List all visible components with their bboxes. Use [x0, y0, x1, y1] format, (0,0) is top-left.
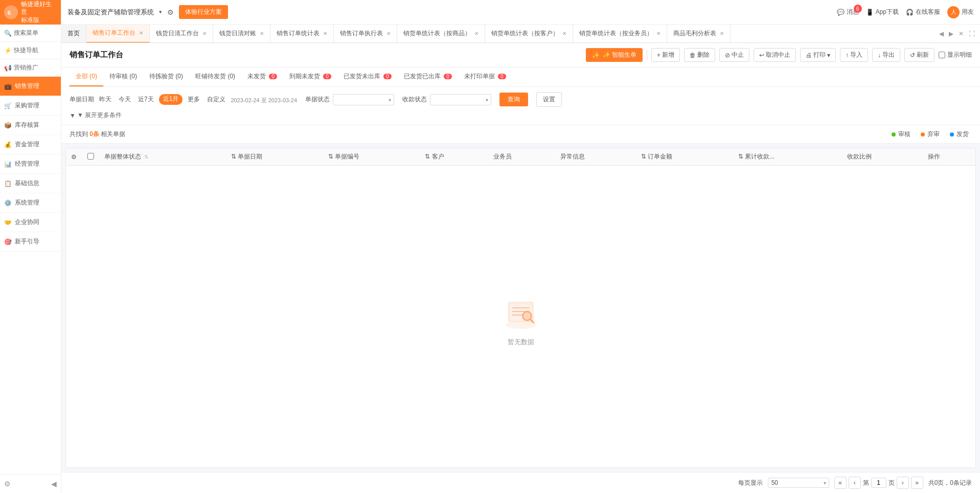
expand-filter-button[interactable]: ▼ ▼ 展开更多条件 — [70, 111, 972, 120]
date-opt-7days[interactable]: 近7天 — [136, 94, 156, 105]
sidebar-item-search[interactable]: 🔍 搜索菜单 — [0, 25, 61, 42]
tab-close-icon[interactable]: ✕ — [139, 30, 143, 36]
sidebar-item-coop[interactable]: 🤝 企业协同 — [0, 213, 61, 232]
tab-cash-daily[interactable]: 钱货日清工作台 ✕ — [150, 25, 213, 43]
sub-tab-shipped-not-in[interactable]: 已发货未出库 0 — [337, 68, 398, 86]
col-ratio: 收款比例 — [842, 148, 923, 166]
smart-create-button[interactable]: ✨ ✨ 智能生单 — [586, 48, 643, 62]
sub-tab-wangpu-ship[interactable]: 旺铺待发货 (0) — [189, 68, 241, 86]
column-settings-icon[interactable]: ⚙ — [71, 153, 77, 161]
sub-tab-not-shipped[interactable]: 未发货 0 — [241, 68, 283, 86]
ship-button[interactable]: 发货 — [947, 128, 972, 140]
date-opt-1month[interactable]: 近1月 — [159, 94, 183, 105]
sidebar-item-promo[interactable]: 📢 营销推广 — [0, 59, 61, 77]
sidebar-item-label: 库存核算 — [15, 121, 39, 129]
header-gear-icon[interactable]: ⚙ — [167, 8, 174, 16]
unaudit-button[interactable]: 弃审 — [918, 128, 943, 140]
delete-button[interactable]: 🗑 删除 — [684, 48, 715, 62]
print-button[interactable]: 🖨 打印 ▾ — [800, 48, 836, 62]
sort-collected-icon[interactable]: ⇅ — [738, 153, 743, 160]
sidebar-item-sales[interactable]: 💼 销售管理 — [0, 77, 61, 96]
tab-home[interactable]: 首页 — [61, 25, 86, 43]
tab-close-icon[interactable]: ✕ — [386, 31, 391, 36]
tab-nav-next[interactable]: ▶ — [947, 29, 955, 38]
tab-stat-customer[interactable]: 销货单统计表（按客户） ✕ — [485, 25, 573, 43]
sidebar-item-basicinfo[interactable]: 📋 基础信息 — [0, 174, 61, 193]
show-detail-checkbox[interactable]: 显示明细 — [939, 51, 972, 59]
sidebar-item-quicknav[interactable]: ⚡ 快捷导航 — [0, 42, 61, 59]
message-button[interactable]: 💬 消息 6 — [837, 8, 859, 16]
search-icon: 🔍 — [4, 30, 12, 37]
collapse-sidebar-icon[interactable]: ◀ — [51, 480, 57, 488]
first-page-button[interactable]: « — [834, 477, 847, 489]
date-opt-today[interactable]: 今天 — [117, 94, 133, 105]
header-dropdown-arrow[interactable]: ▾ — [159, 9, 162, 15]
tab-stat-staff[interactable]: 销货单统计表（按业务员） ✕ — [573, 25, 667, 43]
tab-sales-workbench[interactable]: 销售订单工作台 ✕ — [86, 25, 150, 43]
last-page-button[interactable]: » — [911, 477, 923, 489]
page-prefix: 第 — [863, 479, 869, 487]
sidebar-item-guide[interactable]: 🎯 新手引导 — [0, 232, 61, 252]
show-detail-input[interactable] — [939, 52, 945, 58]
sub-tab-pending-inspect[interactable]: 待拣验货 (0) — [143, 68, 189, 86]
status-select[interactable] — [333, 94, 394, 105]
tab-maximize-icon[interactable]: ⛶ — [967, 29, 977, 38]
sidebar-item-operation[interactable]: 📊 经营管理 — [0, 154, 61, 174]
sort-status-icon[interactable]: ⇅ — [144, 154, 148, 160]
export-button[interactable]: ↓ 导出 — [872, 48, 900, 62]
import-button[interactable]: ↑ 导入 — [840, 48, 868, 62]
prev-page-button[interactable]: ‹ — [849, 477, 861, 489]
sidebar-item-purchase[interactable]: 🛒 采购管理 — [0, 96, 61, 116]
query-button[interactable]: 查询 — [499, 93, 528, 106]
sidebar-item-inventory[interactable]: 📦 库存核算 — [0, 116, 61, 135]
tab-sales-stat[interactable]: 销售订单统计表 ✕ — [270, 25, 334, 43]
tab-close-icon[interactable]: ✕ — [323, 31, 327, 36]
sidebar-item-label: 资金管理 — [15, 140, 39, 149]
page-suffix: 页 — [888, 479, 895, 487]
tab-cash-reconcile[interactable]: 钱货日清对账 ✕ — [213, 25, 270, 43]
refresh-button[interactable]: ↺ 刷新 — [904, 48, 935, 62]
settings-filter-button[interactable]: 设置 — [536, 92, 562, 107]
add-button[interactable]: + 新增 — [651, 48, 680, 62]
sub-tab-not-printed[interactable]: 未打印单据 0 — [458, 68, 512, 86]
settings-gear-icon[interactable]: ⚙ — [4, 480, 11, 488]
online-service-button[interactable]: 🎧 在线客服 — [906, 8, 940, 16]
tab-close-all-icon[interactable]: ✕ — [956, 29, 966, 38]
tab-close-icon[interactable]: ✕ — [202, 31, 207, 36]
per-page-select[interactable]: 10 20 50 100 — [768, 478, 829, 488]
app-download-button[interactable]: 📱 App下载 — [866, 8, 899, 16]
date-opt-yesterday[interactable]: 昨天 — [97, 94, 113, 105]
table-header: ⚙ 单据整体状态 ⇅ ⇅ 单据日期 — [66, 148, 975, 166]
page-number-input[interactable] — [871, 478, 886, 488]
sub-tab-overdue-ship[interactable]: 到期未发货 0 — [283, 68, 337, 86]
tab-nav-prev[interactable]: ◀ — [937, 29, 946, 38]
payment-select[interactable] — [430, 94, 491, 105]
tab-close-icon[interactable]: ✕ — [260, 31, 264, 36]
date-opt-more[interactable]: 更多 — [186, 94, 202, 105]
tab-close-icon[interactable]: ✕ — [720, 31, 724, 36]
cancel-stop-button[interactable]: ↩ 取消中止 — [754, 48, 796, 62]
stop-button[interactable]: ⊘ 中止 — [719, 48, 749, 62]
sidebar-item-label: 系统管理 — [15, 198, 39, 207]
tab-close-icon[interactable]: ✕ — [474, 31, 478, 36]
sort-customer-icon[interactable]: ⇅ — [425, 153, 430, 160]
date-opt-custom[interactable]: 自定义 — [205, 94, 227, 105]
tab-close-icon[interactable]: ✕ — [656, 31, 660, 36]
audit-button[interactable]: 审核 — [888, 128, 914, 140]
tab-sales-exec[interactable]: 销售订单执行表 ✕ — [334, 25, 397, 43]
sub-tab-shipped-out[interactable]: 已发货已出库 0 — [398, 68, 458, 86]
select-all-checkbox[interactable] — [87, 153, 94, 160]
next-page-button[interactable]: › — [897, 477, 909, 489]
sort-date-icon[interactable]: ⇅ — [231, 153, 236, 160]
solution-button[interactable]: 体验行业方案 — [179, 5, 228, 19]
sort-number-icon[interactable]: ⇅ — [328, 153, 333, 160]
tab-stat-product[interactable]: 销货单统计表（按商品） ✕ — [397, 25, 485, 43]
tab-margin[interactable]: 商品毛利分析表 ✕ — [667, 25, 731, 43]
sidebar-item-system[interactable]: ⚙️ 系统管理 — [0, 193, 61, 213]
user-menu[interactable]: 人 用友 — [947, 6, 974, 18]
sort-amount-icon[interactable]: ⇅ — [641, 153, 646, 160]
tab-close-icon[interactable]: ✕ — [562, 31, 566, 36]
sub-tab-pending-review[interactable]: 待审核 (0) — [103, 68, 143, 86]
sidebar-item-finance[interactable]: 💰 资金管理 — [0, 135, 61, 154]
sub-tab-all[interactable]: 全部 (0) — [70, 68, 103, 86]
